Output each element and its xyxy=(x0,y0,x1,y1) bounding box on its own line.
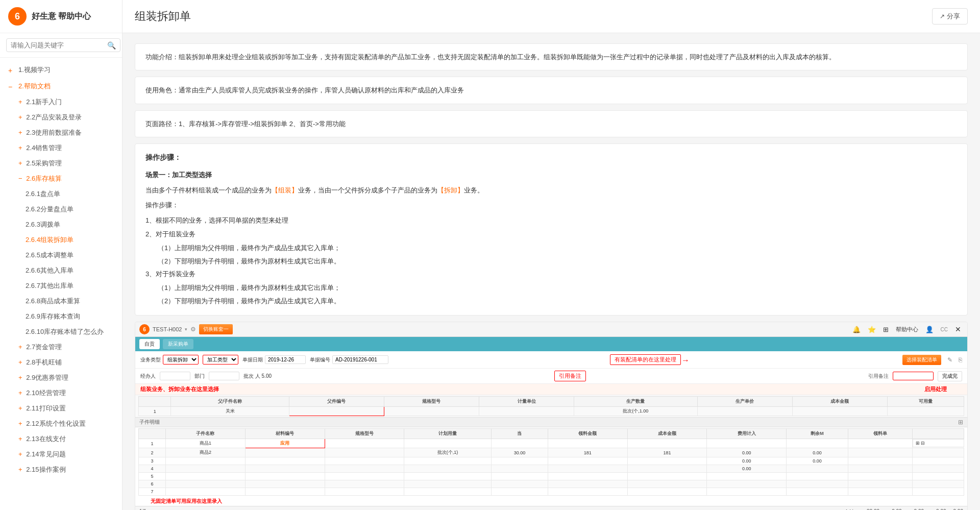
sidebar-item-docs-212[interactable]: + 2.12系统个性化设置 xyxy=(0,416,122,431)
yuyong-input[interactable] xyxy=(893,372,934,380)
search-button[interactable]: 🔍 xyxy=(107,41,116,50)
sidebar-item-docs-266[interactable]: 2.6.6其他入库单 xyxy=(0,263,122,278)
sidebar-item-docs-22[interactable]: + 2.2产品安装及登录 xyxy=(0,110,122,125)
share-icon: ↗ xyxy=(940,13,945,20)
copy-icon: ⎘ xyxy=(959,356,962,363)
select-bom-btn[interactable]: 选择装配清单 xyxy=(902,355,941,365)
process-type-select[interactable]: 加工类型 xyxy=(203,355,238,365)
sidebar-item-docs-29[interactable]: + 2.9优惠券管理 xyxy=(0,370,122,385)
sidebar-item-docs-24[interactable]: + 2.4销售管理 xyxy=(0,140,122,156)
table-row: 5 xyxy=(139,473,964,480)
search-icon: 🔍 xyxy=(107,41,116,50)
sidebar-item-docs-267[interactable]: 2.6.7其他出库单 xyxy=(0,278,122,294)
sidebar-item-docs-268[interactable]: 2.6.8商品成本重算 xyxy=(0,294,122,309)
sidebar-item-docs-262[interactable]: 2.6.2分量盘点单 xyxy=(0,202,122,217)
intro-text-1: 功能介绍：组装拆卸单用来处理企业组装或拆卸等加工业务，支持有固定装配清单的产品加… xyxy=(145,53,836,61)
code-input[interactable] xyxy=(332,355,388,364)
bottom-section-label: 子件明细 ⊞ xyxy=(135,418,967,427)
scene1-title: 场景一：加工类型选择 xyxy=(145,169,957,181)
sidebar-item-video[interactable]: + 1.视频学习 xyxy=(0,62,122,78)
fake-logo-sm: 6 xyxy=(139,324,150,334)
field-process-type: 加工类型 xyxy=(203,355,238,365)
gear-icon: ⚙ xyxy=(190,326,196,333)
step-2-sub-2: （2）下部明细为子件明细，最终作为原材料生成其它出库单。 xyxy=(145,255,957,267)
sidebar: 6 好生意 帮助中心 🔍 + 1.视频学习 − 2.帮助文档 + 2.1新手入门… xyxy=(0,0,122,510)
step-3: 3、对于拆装业务 xyxy=(145,268,957,280)
bom-annotation-text: 有装配清单的在这里处理 → xyxy=(610,354,681,365)
help-icon: 帮助中心 xyxy=(896,326,918,333)
dept-input[interactable] xyxy=(209,372,239,380)
cc-label: CC xyxy=(941,327,948,332)
nav-tree: + 1.视频学习 − 2.帮助文档 + 2.1新手入门 + 2.2产品安装及登录… xyxy=(0,58,122,510)
scene1-desc: 当由多个子件材料组装成一个成品的业务为【组装】业务，当由一个父件拆分成多个子产品… xyxy=(145,184,957,196)
confirm-btn[interactable]: 完成完 xyxy=(938,371,962,381)
sidebar-item-docs-26[interactable]: − 2.6库存核算 xyxy=(0,171,122,186)
sidebar-item-docs-23[interactable]: + 2.3使用前数据准备 xyxy=(0,125,122,140)
minus-icon: − xyxy=(8,83,15,90)
date-input[interactable] xyxy=(265,355,306,364)
type-select[interactable]: 组装拆卸 xyxy=(163,355,199,365)
plus-icon-sm: + xyxy=(18,129,22,136)
screenshot-container: 6 TEST-H002 ▾ ⚙ 切换账套一 🔔 ⭐ ⊞ 帮助中心 👤 CC ✕ xyxy=(135,322,968,510)
sidebar-item-docs-27[interactable]: + 2.7资金管理 xyxy=(0,339,122,355)
tab-zg[interactable]: 自贡 xyxy=(139,339,160,349)
sidebar-item-docs-28[interactable]: + 2.8手机旺铺 xyxy=(0,355,122,370)
path-text: 页面路径：1、库存核算->库存管理->组装拆卸单 2、首页->常用功能 xyxy=(145,120,346,128)
th-prod-price: 生产单价 xyxy=(697,397,792,407)
sidebar-item-docs-265[interactable]: 2.6.5成本调整单 xyxy=(0,248,122,263)
table-row: 1 关米 批次(个,1.00 xyxy=(139,407,964,416)
sidebar-item-docs-2610[interactable]: 2.6.10库存账本错了怎么办 xyxy=(0,324,122,339)
sidebar-item-docs-214[interactable]: + 2.14常见问题 xyxy=(0,447,122,462)
minus-icon-sm: − xyxy=(18,175,22,182)
th-num xyxy=(139,397,171,407)
step-3-sub-2: （2）下部明细为子件明细，最终作为产成品生成其它入库单。 xyxy=(145,295,957,307)
search-input[interactable] xyxy=(6,38,120,52)
plus-icon-sm: + xyxy=(18,98,22,106)
table-row: 2 商品2 批次(个,1) 30.00 181 181 0.00 0.0 xyxy=(139,448,964,457)
sidebar-item-docs[interactable]: − 2.帮助文档 xyxy=(0,78,122,94)
intro-text-2: 使用角色：通常由生产人员或库管人员完成拆装业务的操作，库管人员确认原材料的出库和… xyxy=(145,86,464,94)
plus-icon-sm: + xyxy=(18,343,22,351)
th-prod-qty: 生产数量 xyxy=(574,397,697,407)
plus-icon-sm: + xyxy=(18,420,22,427)
fake-form-area: 业务类型 组装拆卸 加工类型 单据日期 xyxy=(135,351,967,369)
sidebar-item-docs-21[interactable]: + 2.1新手入门 xyxy=(0,94,122,110)
field-type: 业务类型 组装拆卸 xyxy=(140,355,199,365)
annotation-row: 组装业务、拆卸业务在这里选择 启用处理 xyxy=(135,384,967,395)
person-input[interactable] xyxy=(160,372,190,380)
plus-icon-sm: + xyxy=(18,113,22,121)
plus-icon: + xyxy=(8,66,15,74)
th-cost: 成本金额 xyxy=(792,397,887,407)
sidebar-item-docs-213[interactable]: + 2.13在线支付 xyxy=(0,431,122,447)
share-button[interactable]: ↗ 分享 xyxy=(932,8,968,25)
intro-block-1: 功能介绍：组装拆卸单用来处理企业组装或拆卸等加工业务，支持有固定装配清单的产品加… xyxy=(135,43,968,70)
sidebar-item-docs-263[interactable]: 2.6.3调拨单 xyxy=(0,217,122,232)
steps-label: 操作步骤： xyxy=(145,199,957,211)
sidebar-item-docs-211[interactable]: + 2.11打印设置 xyxy=(0,401,122,416)
sidebar-item-docs-215[interactable]: + 2.15操作案例 xyxy=(0,462,122,477)
th-code: 父件编号 xyxy=(289,397,384,407)
sidebar-item-docs-210[interactable]: + 2.10经营管理 xyxy=(0,385,122,401)
sidebar-item-docs-25[interactable]: + 2.5采购管理 xyxy=(0,156,122,171)
plus-icon-sm: + xyxy=(18,404,22,412)
logo-text: 好生意 帮助中心 xyxy=(32,11,91,22)
tab-new-purchase[interactable]: 新采购单 xyxy=(163,339,193,349)
table-row: 4 0.00 xyxy=(139,465,964,473)
highlight-1: 【组装】 xyxy=(272,186,298,194)
fake-toolbar: 自贡 新采购单 xyxy=(135,337,967,351)
main-content: 组装拆卸单 ↗ 分享 功能介绍：组装拆卸单用来处理企业组装或拆卸等加工业务，支持… xyxy=(122,0,980,510)
plus-icon-sm: + xyxy=(18,435,22,443)
screenshot-wrapper: 6 TEST-H002 ▾ ⚙ 切换账套一 🔔 ⭐ ⊞ 帮助中心 👤 CC ✕ xyxy=(135,322,967,510)
path-block: 页面路径：1、库存核算->库存管理->组装拆卸单 2、首页->常用功能 xyxy=(135,110,968,137)
switch-account-btn[interactable]: 切换账套一 xyxy=(199,324,233,334)
highlight-2: 【拆卸】 xyxy=(437,186,464,194)
plus-icon-sm: + xyxy=(18,374,22,381)
footer-totals: 1/1 合计 89.00 0.00 0.00 0.00 0.00 xyxy=(135,506,967,510)
star-icon: ⭐ xyxy=(868,326,876,333)
sidebar-item-docs-269[interactable]: 2.6.9库存账本查询 xyxy=(0,309,122,324)
bottom-section: 子件名称 材料编号 规格型号 计划用量 当 领料金额 成本金额 费用计入 剩余M xyxy=(135,427,967,497)
qty-label: 批次 人 5.00 xyxy=(243,373,272,380)
sidebar-item-docs-264[interactable]: 2.6.4组装拆卸单 xyxy=(0,232,122,248)
table-row: 7 xyxy=(139,488,964,496)
sidebar-item-docs-261[interactable]: 2.6.1盘点单 xyxy=(0,186,122,202)
